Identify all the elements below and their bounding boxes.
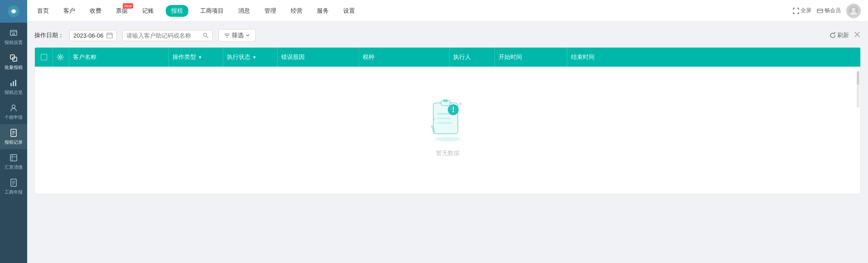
calendar-icon (106, 32, 113, 39)
search-icon (203, 32, 209, 39)
column-settings-icon[interactable] (57, 54, 64, 61)
filter-icon (224, 33, 230, 39)
search-box[interactable] (122, 30, 213, 41)
sidebar-item-baoshui-zongjian[interactable]: 报税总览 (0, 74, 27, 99)
sort-icon-operation-type: ▼ (198, 55, 202, 60)
th-exec-status[interactable]: 执行状态 ▼ (223, 48, 278, 67)
search-input[interactable] (126, 32, 200, 39)
svg-rect-46 (453, 107, 454, 110)
sidebar: 报税设置 批量报税 报税总览 个税申报 (0, 0, 27, 263)
new-badge: new (123, 3, 133, 9)
filter-label: 筛选 (232, 31, 244, 39)
content-area: 操作日期： 2023-06-06 (27, 22, 868, 263)
svg-point-48 (459, 103, 461, 105)
date-value: 2023-06-06 (73, 32, 104, 39)
sidebar-item-huisuan-jiaona[interactable]: 汇算清缴 (0, 149, 27, 174)
nav-item-management[interactable]: 管理 (262, 5, 279, 17)
svg-rect-15 (10, 155, 17, 161)
th-operation-type[interactable]: 操作类型 ▼ (169, 48, 223, 67)
refresh-button[interactable]: 刷新 (830, 31, 849, 39)
select-all-checkbox[interactable] (41, 54, 47, 60)
table-body: 暂无数据 (35, 67, 860, 194)
empty-state: 暂无数据 (35, 67, 860, 175)
overview-icon (9, 78, 19, 88)
nav-item-settings[interactable]: 设置 (340, 5, 358, 17)
th-executor: 执行人 (450, 48, 495, 67)
svg-rect-7 (10, 83, 12, 86)
sidebar-item-piliang-baoshui[interactable]: 批量报税 (0, 49, 27, 74)
nav-item-customer[interactable]: 客户 (61, 5, 78, 17)
date-label: 操作日期： (34, 31, 64, 39)
svg-point-25 (852, 8, 855, 11)
table-header: 客户名称 操作类型 ▼ 执行状态 ▼ 错误股因 税种 (35, 48, 860, 67)
batch-tax-icon (9, 53, 19, 63)
nav-item-message[interactable]: 消息 (235, 5, 253, 17)
top-navigation: 首页 客户 收费 票据 new 记账 报税 工商项目 消息 管理 经营 服务 设… (27, 0, 868, 22)
th-settings (53, 48, 69, 67)
page-content: 操作日期： 2023-06-06 (27, 22, 868, 263)
nav-item-tax[interactable]: 报税 (166, 5, 188, 17)
personal-tax-icon (9, 103, 19, 113)
th-start-time: 开始时间 (495, 48, 567, 67)
svg-point-37 (59, 56, 62, 58)
settlement-icon (9, 153, 19, 163)
member-icon (817, 8, 823, 14)
nav-item-service[interactable]: 服务 (314, 5, 331, 17)
annual-report-icon (9, 178, 19, 188)
th-error-reason: 错误股因 (278, 48, 359, 67)
svg-rect-22 (817, 9, 823, 13)
svg-rect-26 (107, 33, 112, 38)
scrollbar-thumb[interactable] (857, 71, 859, 85)
topnav-right: 全屏 畅会员 (793, 4, 861, 18)
refresh-icon (830, 32, 836, 39)
chevron-down-icon (245, 33, 250, 38)
scrollbar-track[interactable] (857, 71, 859, 107)
svg-point-47 (452, 111, 454, 112)
toolbar: 操作日期： 2023-06-06 (34, 29, 861, 42)
svg-rect-41 (443, 99, 448, 102)
svg-line-31 (206, 36, 208, 38)
member-button[interactable]: 畅会员 (817, 7, 841, 15)
svg-rect-43 (437, 117, 451, 119)
svg-point-4 (13, 33, 14, 35)
nav-menu: 首页 客户 收费 票据 new 记账 报税 工商项目 消息 管理 经营 服务 设… (34, 5, 793, 17)
th-tax-type: 税种 (359, 48, 450, 67)
nav-item-fee[interactable]: 收费 (87, 5, 104, 17)
nav-item-invoice[interactable]: 票据 new (113, 5, 130, 17)
svg-rect-9 (15, 80, 16, 86)
close-button[interactable] (854, 31, 861, 40)
sort-icon-exec-status: ▼ (252, 55, 257, 60)
sidebar-item-gongshang-nianbao[interactable]: 工商年报 (0, 174, 27, 199)
sidebar-item-baoshui-shezhi[interactable]: 报税设置 (0, 24, 27, 49)
fullscreen-icon (793, 8, 799, 14)
nav-item-account[interactable]: 记账 (139, 5, 157, 17)
svg-point-49 (433, 118, 435, 120)
main-container: 首页 客户 收费 票据 new 记账 报税 工商项目 消息 管理 经营 服务 设… (27, 0, 868, 263)
date-picker[interactable]: 2023-06-06 (69, 30, 117, 41)
app-logo[interactable] (0, 0, 27, 23)
nav-item-operation[interactable]: 经营 (288, 5, 305, 17)
svg-rect-44 (437, 122, 452, 124)
fullscreen-button[interactable]: 全屏 (793, 7, 811, 15)
th-checkbox[interactable] (35, 48, 53, 67)
empty-illustration (425, 94, 470, 144)
filter-button[interactable]: 筛选 (218, 29, 256, 42)
records-table: 客户名称 操作类型 ▼ 执行状态 ▼ 错误股因 税种 (34, 47, 861, 194)
close-icon (854, 31, 861, 38)
record-icon (9, 128, 19, 138)
refresh-label: 刷新 (837, 31, 849, 39)
svg-point-38 (435, 137, 460, 141)
svg-point-10 (12, 105, 15, 108)
empty-text: 暂无数据 (436, 149, 460, 157)
th-end-time: 结束时间 (567, 48, 631, 67)
svg-rect-8 (13, 81, 14, 86)
sidebar-item-baoshui-jilu[interactable]: 报税记录 (0, 124, 27, 149)
settings-tax-icon (9, 28, 19, 38)
nav-item-business[interactable]: 工商项目 (197, 5, 226, 17)
user-avatar[interactable] (846, 4, 861, 18)
th-customer-name: 客户名称 (69, 48, 169, 67)
svg-point-1 (12, 10, 15, 13)
toolbar-right-actions: 刷新 (830, 31, 861, 40)
nav-item-home[interactable]: 首页 (34, 5, 52, 17)
sidebar-item-geshui-shenbao[interactable]: 个税申报 (0, 99, 27, 124)
